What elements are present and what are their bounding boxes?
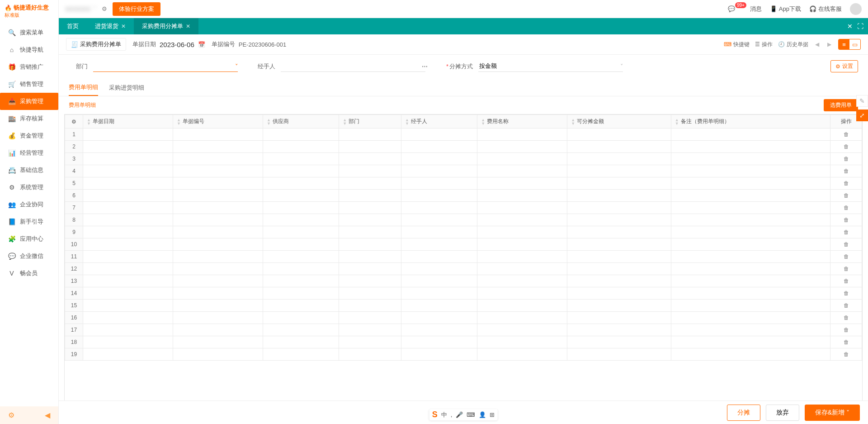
sort-icon[interactable]: ▲▼	[571, 118, 575, 125]
cell[interactable]	[401, 275, 477, 287]
person-icon[interactable]: 👤	[479, 411, 486, 418]
close-icon[interactable]: ✕	[186, 23, 190, 29]
gear-icon[interactable]: ⚙	[102, 5, 107, 12]
delete-row-icon[interactable]: 🗑	[830, 312, 862, 324]
delete-row-icon[interactable]: 🗑	[830, 129, 862, 141]
close-icon[interactable]: ✕	[121, 23, 126, 29]
gear-icon[interactable]: ⚙	[71, 119, 76, 125]
cell[interactable]	[401, 165, 477, 177]
cell[interactable]	[671, 129, 830, 141]
cell[interactable]	[263, 300, 339, 312]
cell[interactable]	[173, 165, 263, 177]
cell[interactable]	[567, 153, 671, 165]
cell[interactable]	[401, 202, 477, 214]
cell[interactable]	[173, 263, 263, 275]
list-mode-button[interactable]: ≡	[839, 39, 849, 49]
cell[interactable]	[401, 141, 477, 153]
cell[interactable]	[339, 165, 401, 177]
fullscreen-icon[interactable]: ⛶	[857, 23, 863, 30]
cell[interactable]	[567, 177, 671, 190]
shortcut-link[interactable]: ⌨快捷键	[724, 41, 750, 48]
cell[interactable]	[401, 177, 477, 190]
card-mode-button[interactable]: ▭	[849, 39, 860, 49]
handler-input[interactable]	[281, 61, 425, 72]
cell[interactable]	[339, 202, 401, 214]
cell[interactable]	[477, 141, 567, 153]
cell[interactable]	[173, 141, 263, 153]
save-new-button[interactable]: 保存&新增 ˅	[805, 405, 860, 421]
cell[interactable]	[477, 129, 567, 141]
cell[interactable]	[173, 129, 263, 141]
support-link[interactable]: 🎧 在线客服	[809, 5, 842, 13]
cell[interactable]	[83, 190, 173, 202]
cell[interactable]	[173, 238, 263, 251]
sidebar-item[interactable]: ⚙系统管理	[0, 179, 58, 196]
cell[interactable]	[567, 336, 671, 348]
sidebar-item[interactable]: 📊经营管理	[0, 144, 58, 162]
keyboard-icon[interactable]: ⌨	[467, 411, 475, 418]
sidebar-item[interactable]: 🔍搜索菜单	[0, 24, 58, 41]
delete-row-icon[interactable]: 🗑	[830, 336, 862, 348]
cell[interactable]	[567, 202, 671, 214]
delete-row-icon[interactable]: 🗑	[830, 153, 862, 165]
cell[interactable]	[671, 287, 830, 300]
cell[interactable]	[567, 165, 671, 177]
ime-bar[interactable]: S 中 , 🎤 ⌨ 👤 ⊞	[429, 409, 498, 420]
cell[interactable]	[671, 141, 830, 153]
sort-icon[interactable]: ▲▼	[405, 118, 409, 125]
cell[interactable]	[477, 336, 567, 348]
column-header[interactable]: ▲▼费用名称	[477, 115, 567, 129]
cell[interactable]	[477, 300, 567, 312]
cell[interactable]	[671, 238, 830, 251]
cell[interactable]	[263, 190, 339, 202]
cell[interactable]	[401, 153, 477, 165]
cell[interactable]	[477, 190, 567, 202]
cell[interactable]	[671, 348, 830, 361]
cell[interactable]	[401, 336, 477, 348]
cell[interactable]	[477, 214, 567, 226]
cell[interactable]	[83, 287, 173, 300]
cell[interactable]	[339, 312, 401, 324]
history-link[interactable]: 🕘历史单据	[778, 41, 808, 48]
cell[interactable]	[671, 165, 830, 177]
next-doc-icon[interactable]: ▶	[826, 41, 833, 48]
tab-purchase-detail[interactable]: 采购进货明细	[109, 80, 144, 95]
sidebar-item[interactable]: 💬企业微信	[0, 248, 58, 265]
cell[interactable]	[671, 153, 830, 165]
cell[interactable]	[401, 238, 477, 251]
tab[interactable]: 采购费用分摊单✕	[134, 18, 198, 34]
cell[interactable]	[263, 348, 339, 361]
column-header[interactable]: ▲▼单据编号	[173, 115, 263, 129]
cell[interactable]	[401, 251, 477, 263]
cell[interactable]	[173, 287, 263, 300]
cell[interactable]	[401, 348, 477, 361]
cell[interactable]	[567, 129, 671, 141]
sidebar-item[interactable]: 🏬库存核算	[0, 110, 58, 127]
cell[interactable]	[339, 177, 401, 190]
messages-link[interactable]: 💬 99+ 消息	[728, 5, 762, 13]
cell[interactable]	[83, 312, 173, 324]
cell[interactable]	[339, 263, 401, 275]
cell[interactable]	[263, 177, 339, 190]
cell[interactable]	[671, 202, 830, 214]
date-value[interactable]: 2023-06-06	[160, 41, 194, 48]
sidebar-item[interactable]: 🎁营销推广	[0, 58, 58, 76]
delete-row-icon[interactable]: 🗑	[830, 263, 862, 275]
delete-row-icon[interactable]: 🗑	[830, 287, 862, 300]
cell[interactable]	[83, 226, 173, 238]
method-input[interactable]	[478, 61, 623, 72]
cell[interactable]	[83, 251, 173, 263]
cell[interactable]	[263, 141, 339, 153]
cell[interactable]	[567, 238, 671, 251]
cell[interactable]	[477, 165, 567, 177]
cell[interactable]	[263, 153, 339, 165]
cell[interactable]	[339, 336, 401, 348]
cell[interactable]	[401, 312, 477, 324]
cell[interactable]	[173, 177, 263, 190]
collapse-icon[interactable]: ◀	[45, 411, 50, 419]
column-header[interactable]: ▲▼部门	[339, 115, 401, 129]
cell[interactable]	[83, 324, 173, 336]
delete-row-icon[interactable]: 🗑	[830, 324, 862, 336]
close-all-icon[interactable]: ✕	[847, 23, 853, 30]
cell[interactable]	[263, 324, 339, 336]
